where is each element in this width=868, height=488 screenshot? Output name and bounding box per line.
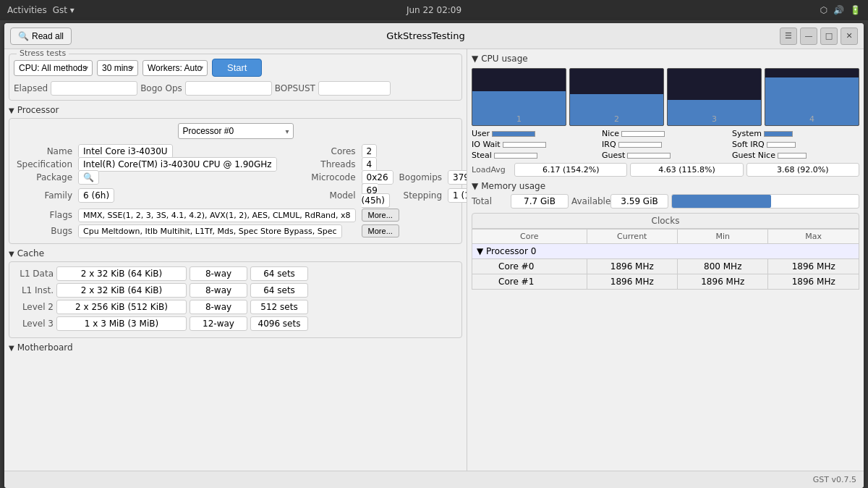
iowait-bar [503,142,546,148]
duration-select[interactable]: 30 mins [97,60,138,76]
cache-collapsible: ▼ Cache L1 Data 2 x 32 KiB (64 KiB) 8-wa… [9,248,462,338]
irq-label: IRQ [602,140,616,149]
proc-selector[interactable]: Processor #0 [14,123,457,139]
cache-header[interactable]: ▼ Cache [9,248,462,258]
mem-total-value: 7.7 GiB [511,194,569,209]
stress-section: Stress tests CPU: All methods 30 mins [9,54,462,101]
maximize-button[interactable]: □ [820,28,838,45]
elapsed-row: Elapsed Bogo Ops BOPSUST [14,81,457,96]
cpu-usage-label: CPU usage [481,54,527,64]
proc0-label: Processor 0 [486,246,536,256]
cpu-usage-arrow: ▼ [472,54,478,64]
left-panel: Stress tests CPU: All methods 30 mins [4,49,467,471]
l3-row: Level 3 1 x 3 MiB (3 MiB) 12-way 4096 se… [14,316,457,331]
l1d-row: L1 Data 2 x 32 KiB (64 KiB) 8-way 64 set… [14,266,457,281]
l1i-label: L1 Inst. [14,285,54,295]
app-label[interactable]: Gst ▾ [53,5,75,15]
user-stat: User [472,129,599,138]
cpu-graph-4: 4 [765,68,859,126]
flags-row: Flags MMX, SSE(1, 2, 3, 3S, 4.1, 4.2), A… [14,207,467,223]
processor-header[interactable]: ▼ Processor [9,105,462,115]
spec-label: Specification [14,158,75,171]
l3-sets: 4096 sets [250,316,308,331]
family-label: Family [14,184,75,207]
loadavg-label: LoadAvg [472,165,511,174]
iowait-stat: IO Wait [472,140,599,149]
core1-label: Core #1 [472,274,587,290]
bogo-ops-label: Bogo Ops [140,83,182,93]
motherboard-header[interactable]: ▼ Motherboard [9,342,462,353]
loadavg-2: 4.63 (115.8%) [630,163,743,177]
package-row: Package 🔍 Microcode 0x26 Bogomips 3791.3… [14,171,467,184]
workers-select[interactable]: Workers: Auto [142,60,208,76]
model-value: 69 (45h) [362,183,390,208]
l1i-way: 8-way [190,283,247,298]
package-value: 🔍 [78,170,99,185]
name-value: Intel Core i3-4030U [78,144,173,159]
steal-label: Steal [472,151,492,160]
cpu-graphs: 1 2 3 4 [472,68,859,126]
memory-row: Total 7.7 GiB Available 3.59 GiB [472,194,859,209]
mem-avail-value: 3.59 GiB [610,194,668,209]
l1d-label: L1 Data [14,269,54,279]
l3-way: 12-way [190,316,247,331]
elapsed-input[interactable] [51,81,137,96]
start-button[interactable]: Start [212,59,262,77]
name-label: Name [14,145,75,158]
workers-wrapper[interactable]: Workers: Auto [142,60,208,76]
bopsust-label: BOPSUST [275,83,315,93]
bugs-more-button[interactable]: More... [362,224,399,237]
cache-content: L1 Data 2 x 32 KiB (64 KiB) 8-way 64 set… [9,261,462,338]
family-value: 6 (6h) [78,188,114,203]
bogo-ops-input[interactable] [185,81,272,96]
elapsed-label: Elapsed [14,83,48,93]
microcode-value: 0x26 [362,170,393,185]
guest-bar [627,153,671,159]
stepping-value: 1 (1h) [448,188,467,203]
processor-arrow: ▼ [9,106,14,114]
user-bar [492,131,535,137]
guest-stat: Guest [602,151,729,160]
core0-row: Core #0 1896 MHz 800 MHz 1896 MHz [472,259,859,274]
hamburger-button[interactable]: ☰ [780,28,797,45]
col-core: Core [472,230,587,244]
system-bar [764,131,793,137]
steal-stat: Steal [472,151,599,160]
core1-max: 1896 MHz [768,274,859,290]
minimize-button[interactable]: — [800,28,817,45]
clocks-section: Clocks Core Current Min Max ▼ [472,213,859,290]
duration-wrapper[interactable]: 30 mins [97,60,138,76]
close-button[interactable]: ✕ [841,28,858,45]
clocks-header: Clocks [472,213,859,229]
l1i-size: 2 x 32 KiB (64 KiB) [56,283,187,298]
model-label: Model [294,184,359,207]
read-icon: 🔍 [18,31,29,41]
memory-arrow: ▼ [472,181,478,191]
right-panel: ▼ CPU usage 1 2 3 [467,49,864,471]
bopsust-input[interactable] [318,81,391,96]
cpu-method-wrapper[interactable]: CPU: All methods [14,60,93,76]
cpu-graph-num-3: 3 [712,114,717,124]
cpu-stats-col3: System Soft IRQ Guest Nice [732,129,859,160]
spec-row: Specification Intel(R) Core(TM) i3-4030U… [14,158,467,171]
memory-section: ▼ Memory usage Total 7.7 GiB Available 3… [472,181,859,209]
battery-icon: 🔋 [850,5,861,15]
package-label: Package [14,171,75,184]
loadavg-row: LoadAvg 6.17 (154.2%) 4.63 (115.8%) 3.68… [472,163,859,177]
microcode-label: Microcode [294,171,359,184]
flags-more-button[interactable]: More... [362,209,399,222]
cores-value: 2 [362,144,378,159]
main-content: Stress tests CPU: All methods 30 mins [4,49,864,471]
processor-select[interactable]: Processor #0 [178,123,294,139]
cpu-usage-section: ▼ CPU usage 1 2 3 [472,54,859,177]
activities-label[interactable]: Activities [7,5,47,15]
l3-label: Level 3 [14,319,54,329]
l2-size: 2 x 256 KiB (512 KiB) [56,300,187,314]
read-all-button[interactable]: 🔍 Read all [10,28,72,45]
cpu-method-select[interactable]: CPU: All methods [14,60,93,76]
cpu-stats-col1: User IO Wait Steal [472,129,599,160]
proc0-arrow: ▼ [477,246,483,256]
cpu-graph-num-1: 1 [516,114,522,124]
l1i-sets: 64 sets [250,283,308,298]
steal-bar [494,153,537,159]
